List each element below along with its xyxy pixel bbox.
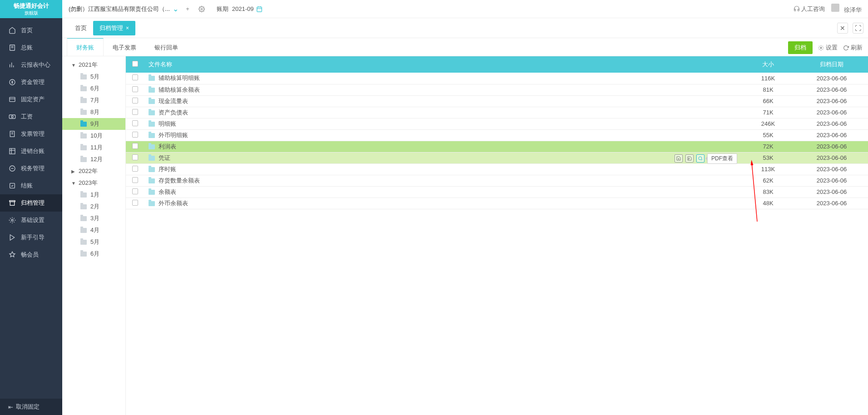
table-row[interactable]: 现金流量表66K2023-06-06 bbox=[126, 95, 868, 107]
month-label: 10月 bbox=[90, 132, 103, 140]
sidebar-unpin[interactable]: ⇤ 取消固定 bbox=[0, 399, 62, 415]
user-menu[interactable]: 徐泽华 bbox=[831, 4, 862, 14]
table-row[interactable]: 余额表83K2023-06-06 bbox=[126, 186, 868, 198]
row-checkbox[interactable] bbox=[132, 74, 138, 80]
nav-item-chart[interactable]: 云报表中心 bbox=[0, 56, 62, 74]
tab-close-icon[interactable]: × bbox=[126, 25, 129, 31]
table-row[interactable]: 辅助核算明细账116K2023-06-06 bbox=[126, 73, 868, 84]
fullscreen-button[interactable]: ⛶ bbox=[853, 23, 863, 34]
add-icon[interactable]: + bbox=[186, 5, 189, 12]
tree-month[interactable]: 8月 bbox=[62, 106, 125, 118]
svg-point-21 bbox=[11, 219, 13, 221]
table-row[interactable]: 资产负债表71K2023-06-06 bbox=[126, 107, 868, 118]
svg-point-29 bbox=[699, 157, 702, 160]
table-row[interactable]: 序时账113K2023-06-06 bbox=[126, 163, 868, 175]
tree-month[interactable]: 2月 bbox=[62, 201, 125, 212]
subtab-银行回单[interactable]: 银行回单 bbox=[145, 38, 187, 56]
settings-link[interactable]: 设置 bbox=[818, 44, 838, 52]
archive-date: 2023-06-06 bbox=[795, 73, 868, 84]
folder-icon bbox=[149, 190, 155, 195]
table-row[interactable]: 明细账246K2023-06-06 bbox=[126, 118, 868, 129]
file-table: 文件名称 大小 归档日期 辅助核算明细账116K2023-06-06辅助核算余额… bbox=[126, 56, 868, 209]
tree-month[interactable]: 1月 bbox=[62, 189, 125, 201]
tree-year[interactable]: ▶2022年 bbox=[62, 165, 125, 177]
archive-button[interactable]: 归档 bbox=[788, 41, 813, 54]
table-row[interactable]: 利润表72K2023-06-06 bbox=[126, 141, 868, 152]
nav-item-money[interactable]: 资金管理 bbox=[0, 74, 62, 91]
table-row[interactable]: 辅助核算余额表81K2023-06-06 bbox=[126, 84, 868, 95]
nav-item-ledger[interactable]: 总账 bbox=[0, 39, 62, 56]
file-name: 序时账 bbox=[159, 166, 176, 173]
tree-month[interactable]: 10月 bbox=[62, 130, 125, 142]
subtab-电子发票[interactable]: 电子发票 bbox=[104, 38, 145, 56]
tree-month[interactable]: 6月 bbox=[62, 248, 125, 260]
row-checkbox[interactable] bbox=[132, 120, 138, 126]
nav-item-home[interactable]: 首页 bbox=[0, 22, 62, 39]
period-value[interactable]: 2021-09 bbox=[232, 5, 254, 12]
month-label: 2月 bbox=[90, 203, 99, 211]
table-row[interactable]: 存货数量余额表62K2023-06-06 bbox=[126, 175, 868, 186]
tree-month[interactable]: 4月 bbox=[62, 224, 125, 236]
row-checkbox[interactable] bbox=[132, 154, 138, 160]
file-size: 246K bbox=[741, 118, 795, 129]
tree-month[interactable]: 7月 bbox=[62, 94, 125, 106]
caret-right-icon: ▶ bbox=[71, 169, 77, 174]
nav-item-gear[interactable]: 基础设置 bbox=[0, 212, 62, 229]
tree-year[interactable]: ▼2021年 bbox=[62, 59, 125, 71]
nav-item-tax[interactable]: 税务管理 bbox=[0, 160, 62, 177]
row-checkbox[interactable] bbox=[132, 166, 138, 172]
tree-month[interactable]: 9月 bbox=[62, 118, 125, 130]
nav-item-stock[interactable]: 进销台账 bbox=[0, 143, 62, 160]
pdf-view-icon[interactable] bbox=[696, 154, 704, 163]
invoice-icon bbox=[8, 130, 16, 138]
row-checkbox[interactable] bbox=[132, 132, 138, 138]
tab-首页[interactable]: 首页 bbox=[69, 21, 93, 35]
refresh-link[interactable]: 刷新 bbox=[843, 44, 863, 52]
tree-month[interactable]: 11月 bbox=[62, 142, 125, 153]
table-row[interactable]: 外币余额表48K2023-06-06 bbox=[126, 198, 868, 209]
tree-month[interactable]: 12月 bbox=[62, 153, 125, 165]
row-checkbox[interactable] bbox=[132, 143, 138, 149]
help-link[interactable]: 人工咨询 bbox=[794, 5, 825, 13]
company-selector[interactable]: (勿删）江西服宝精品有限责任公司（... bbox=[69, 5, 170, 13]
subrow: 财务账电子发票银行回单 归档 设置 刷新 bbox=[62, 38, 868, 56]
subtabs: 财务账电子发票银行回单 bbox=[67, 38, 187, 56]
asset-icon bbox=[8, 95, 16, 104]
row-checkbox[interactable] bbox=[132, 188, 138, 194]
tree-month[interactable]: 3月 bbox=[62, 212, 125, 224]
tree-month[interactable]: 5月 bbox=[62, 236, 125, 248]
subtab-财务账[interactable]: 财务账 bbox=[67, 38, 104, 56]
download-excel-icon[interactable] bbox=[675, 154, 683, 163]
row-checkbox[interactable] bbox=[132, 200, 138, 206]
nav-item-member[interactable]: 畅会员 bbox=[0, 246, 62, 263]
folder-icon bbox=[80, 240, 87, 245]
gear-icon[interactable] bbox=[198, 6, 205, 12]
calendar-icon[interactable] bbox=[256, 6, 263, 12]
tree-month[interactable]: 5月 bbox=[62, 71, 125, 83]
tree-month[interactable]: 6月 bbox=[62, 83, 125, 94]
nav-item-close[interactable]: 结账 bbox=[0, 177, 62, 194]
folder-icon bbox=[80, 110, 87, 115]
chevron-down-icon[interactable]: ⌄ bbox=[173, 5, 179, 13]
close-tab-button[interactable]: ✕ bbox=[837, 23, 848, 34]
nav-label: 畅会员 bbox=[21, 251, 39, 259]
tabbar: 首页归档管理× ✕ ⛶ bbox=[62, 18, 868, 38]
nav-item-archive[interactable]: 归档管理 bbox=[0, 194, 62, 212]
pin-icon: ⇤ bbox=[8, 404, 13, 410]
checkbox-all[interactable] bbox=[132, 61, 138, 67]
row-checkbox[interactable] bbox=[132, 109, 138, 115]
row-checkbox[interactable] bbox=[132, 177, 138, 183]
row-checkbox[interactable] bbox=[132, 98, 138, 104]
tree-year[interactable]: ▼2023年 bbox=[62, 177, 125, 189]
tab-归档管理[interactable]: 归档管理× bbox=[93, 21, 135, 35]
table-row[interactable]: 凭证PDF查看53K2023-06-06 bbox=[126, 152, 868, 163]
download-pdf-icon[interactable] bbox=[685, 154, 694, 163]
nav-item-invoice[interactable]: 发票管理 bbox=[0, 125, 62, 143]
nav-item-asset[interactable]: 固定资产 bbox=[0, 91, 62, 108]
row-checkbox[interactable] bbox=[132, 86, 138, 92]
folder-icon bbox=[80, 86, 87, 91]
nav-item-guide[interactable]: 新手引导 bbox=[0, 229, 62, 246]
nav-item-salary[interactable]: 工资 bbox=[0, 108, 62, 125]
table-row[interactable]: 外币明细账55K2023-06-06 bbox=[126, 129, 868, 141]
sidebar-unpin-label: 取消固定 bbox=[16, 403, 40, 411]
